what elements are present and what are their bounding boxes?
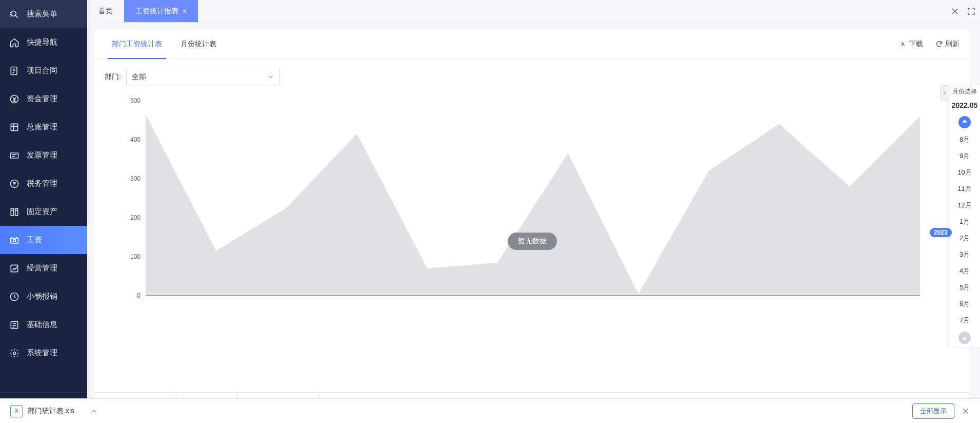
- month-option[interactable]: 12月: [949, 197, 980, 214]
- sidebar-label: 经营管理: [27, 263, 57, 273]
- no-data-badge: 暂无数据: [508, 233, 557, 250]
- svg-rect-21: [11, 238, 18, 243]
- chevron-down-icon: [267, 73, 274, 81]
- svg-rect-13: [11, 153, 18, 158]
- sidebar-item-tax[interactable]: 税务管理: [0, 169, 87, 198]
- sidebar-item-info[interactable]: 基础信息: [0, 311, 87, 339]
- month-current-value: 2022.05: [949, 98, 980, 113]
- download-chevron-up[interactable]: [87, 404, 101, 418]
- sidebar-item-salary[interactable]: 工资: [0, 226, 87, 254]
- tax-icon: [9, 179, 19, 189]
- show-all-button[interactable]: 全部显示: [912, 403, 954, 419]
- sidebar-label: 税务管理: [27, 179, 57, 188]
- download-filename: 部门统计表.xls: [28, 407, 74, 416]
- sidebar-item-funds[interactable]: 资金管理: [0, 85, 87, 113]
- sidebar-item-reimburse[interactable]: 小畅报销: [0, 282, 87, 311]
- svg-line-1: [15, 15, 18, 18]
- tab-home[interactable]: 首页: [87, 0, 124, 22]
- reimburse-icon: [9, 292, 19, 302]
- month-option[interactable]: 4月: [949, 263, 980, 279]
- download-bar: X 部门统计表.xls 全部显示: [0, 398, 980, 423]
- month-option[interactable]: 5月: [949, 279, 980, 296]
- money-icon: [9, 94, 19, 104]
- refresh-button[interactable]: 刷新: [935, 40, 959, 49]
- sidebar-label: 总账管理: [27, 122, 57, 132]
- close-all-tabs-icon[interactable]: [950, 7, 959, 16]
- month-option[interactable]: 6月: [949, 296, 980, 312]
- info-icon: [9, 320, 19, 330]
- refresh-icon: [935, 40, 943, 48]
- svg-text:300: 300: [130, 175, 141, 182]
- sidebar-label: 基础信息: [27, 320, 57, 330]
- download-button[interactable]: 下载: [899, 40, 923, 49]
- month-option[interactable]: 9月: [949, 148, 980, 164]
- svg-text:0: 0: [137, 292, 141, 299]
- filter-row: 部门: 全部: [94, 59, 970, 90]
- area-chart: 0100200300400500: [110, 90, 930, 306]
- chart-area: 0100200300400500 暂无数据: [94, 90, 970, 392]
- sidebar-item-quicknav[interactable]: 快捷导航: [0, 28, 87, 56]
- business-icon: [9, 263, 19, 274]
- svg-text:100: 100: [130, 253, 141, 260]
- sidebar-label: 固定资产: [27, 207, 57, 217]
- sidebar-label: 小畅报销: [27, 292, 57, 301]
- system-icon: [9, 348, 19, 358]
- svg-point-0: [11, 11, 16, 16]
- month-scroll-up[interactable]: [958, 116, 971, 128]
- tab-salary-report[interactable]: 工资统计报表 ×: [124, 0, 198, 22]
- contract-icon: [9, 66, 19, 76]
- download-icon: [899, 40, 907, 48]
- sidebar-item-system[interactable]: 系统管理: [0, 339, 87, 367]
- year-badge: 2023: [930, 228, 952, 237]
- home-icon: [9, 37, 19, 48]
- sidebar-item-search[interactable]: 搜索菜单: [0, 0, 87, 28]
- svg-text:400: 400: [130, 136, 141, 143]
- month-option[interactable]: 11月: [949, 181, 980, 197]
- dept-select[interactable]: 全部: [126, 68, 280, 86]
- sidebar-label: 项目合同: [27, 66, 57, 75]
- month-option[interactable]: 1月: [949, 214, 980, 230]
- sidebar-item-ledger[interactable]: 总账管理: [0, 113, 87, 141]
- close-download-bar-icon[interactable]: [962, 407, 970, 415]
- sidebar-label: 工资: [27, 235, 42, 245]
- sidebar: 搜索菜单 快捷导航 项目合同 资金管理 总账管理 发票管理: [0, 0, 87, 423]
- month-option[interactable]: 2月: [949, 230, 980, 246]
- svg-point-22: [13, 239, 16, 242]
- sidebar-item-business[interactable]: 经营管理: [0, 254, 87, 282]
- month-option[interactable]: 10月: [949, 164, 980, 181]
- month-panel-collapse[interactable]: »: [940, 85, 949, 101]
- salary-icon: [9, 235, 19, 245]
- svg-rect-17: [11, 208, 13, 215]
- sidebar-item-contract[interactable]: 项目合同: [0, 56, 87, 85]
- month-option[interactable]: 3月: [949, 246, 980, 263]
- fullscreen-icon[interactable]: [967, 7, 976, 16]
- svg-rect-18: [15, 208, 18, 215]
- ledger-icon: [9, 122, 19, 132]
- sidebar-label: 搜索菜单: [27, 9, 57, 19]
- month-panel-title: 月份选择: [949, 85, 980, 98]
- search-icon: [9, 9, 19, 20]
- sidebar-label: 发票管理: [27, 150, 57, 160]
- sidebar-item-asset[interactable]: 固定资产: [0, 198, 87, 226]
- panel-tab-month[interactable]: 月份统计表: [171, 30, 226, 59]
- xls-file-icon: X: [10, 405, 23, 417]
- panel-tabs: 部门工资统计表 月份统计表 下载 刷新: [94, 30, 970, 59]
- sidebar-item-invoice[interactable]: 发票管理: [0, 141, 87, 169]
- month-option[interactable]: 8月: [949, 131, 980, 148]
- asset-icon: [9, 207, 19, 217]
- month-option[interactable]: 7月: [949, 312, 980, 329]
- svg-text:200: 200: [130, 214, 141, 221]
- panel-tab-dept[interactable]: 部门工资统计表: [103, 30, 171, 59]
- month-scroll-down[interactable]: [958, 332, 971, 344]
- sidebar-label: 系统管理: [27, 348, 57, 358]
- month-picker-panel: » 月份选择 2022.05 8月9月10月11月12月1月2月3月4月5月6月…: [949, 85, 980, 347]
- svg-point-31: [13, 352, 16, 354]
- dept-filter-label: 部门:: [105, 72, 121, 82]
- tabs-row: 首页 工资统计报表 ×: [87, 0, 980, 23]
- sidebar-label: 资金管理: [27, 94, 57, 104]
- sidebar-label: 快捷导航: [27, 37, 57, 47]
- invoice-icon: [9, 150, 19, 161]
- close-tab-icon[interactable]: ×: [183, 7, 187, 15]
- svg-rect-10: [11, 124, 17, 130]
- svg-text:500: 500: [130, 97, 141, 104]
